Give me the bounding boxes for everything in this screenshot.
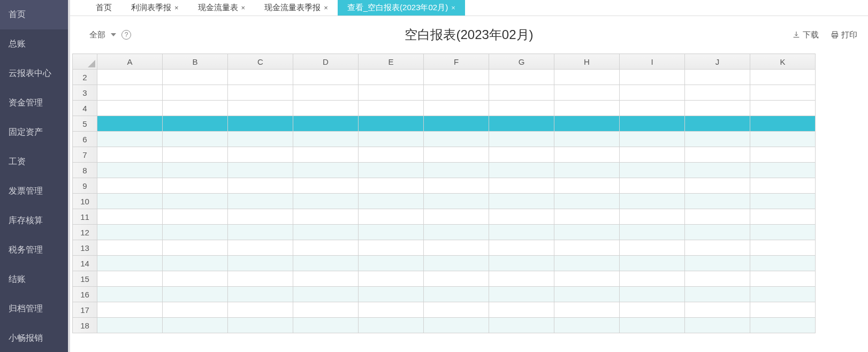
- row-header-13[interactable]: 13: [73, 240, 97, 256]
- cell-K9[interactable]: [750, 178, 816, 194]
- cell-E13[interactable]: [359, 240, 424, 256]
- cell-J10[interactable]: [685, 194, 750, 209]
- cell-G13[interactable]: [489, 240, 554, 256]
- cell-A15[interactable]: [97, 271, 163, 287]
- cell-J5[interactable]: [685, 116, 750, 132]
- sidebar-item-archive[interactable]: 归档管理: [0, 294, 68, 324]
- column-header-E[interactable]: E: [359, 54, 424, 70]
- tab-3[interactable]: 现金流量表季报×: [255, 0, 338, 16]
- cell-H15[interactable]: [554, 271, 620, 287]
- cell-F7[interactable]: [424, 147, 489, 163]
- close-icon[interactable]: ×: [174, 4, 179, 12]
- cell-C12[interactable]: [228, 225, 293, 240]
- cell-A16[interactable]: [97, 287, 163, 302]
- cell-J4[interactable]: [685, 101, 750, 116]
- cell-E3[interactable]: [359, 85, 424, 101]
- cell-G2[interactable]: [489, 70, 554, 85]
- cell-K2[interactable]: [750, 70, 816, 85]
- cell-B8[interactable]: [163, 163, 228, 178]
- sidebar-item-fixed-assets[interactable]: 固定资产: [0, 118, 68, 147]
- tab-1[interactable]: 利润表季报×: [121, 0, 188, 16]
- cell-E14[interactable]: [359, 256, 424, 271]
- cell-H16[interactable]: [554, 287, 620, 302]
- cell-I17[interactable]: [620, 302, 685, 318]
- cell-F5[interactable]: [424, 116, 489, 132]
- cell-E5[interactable]: [359, 116, 424, 132]
- cell-F16[interactable]: [424, 287, 489, 302]
- cell-D5[interactable]: [293, 116, 359, 132]
- cell-E2[interactable]: [359, 70, 424, 85]
- cell-H6[interactable]: [554, 132, 620, 147]
- tab-2[interactable]: 现金流量表×: [188, 0, 255, 16]
- cell-C5[interactable]: [228, 116, 293, 132]
- cell-I18[interactable]: [620, 318, 685, 333]
- column-header-H[interactable]: H: [554, 54, 620, 70]
- cell-E8[interactable]: [359, 163, 424, 178]
- cell-G4[interactable]: [489, 101, 554, 116]
- row-header-18[interactable]: 18: [73, 318, 97, 333]
- column-header-J[interactable]: J: [685, 54, 750, 70]
- cell-F11[interactable]: [424, 209, 489, 225]
- cell-F10[interactable]: [424, 194, 489, 209]
- cell-D18[interactable]: [293, 318, 359, 333]
- cell-C8[interactable]: [228, 163, 293, 178]
- cell-F3[interactable]: [424, 85, 489, 101]
- cell-E17[interactable]: [359, 302, 424, 318]
- cell-I15[interactable]: [620, 271, 685, 287]
- cell-D9[interactable]: [293, 178, 359, 194]
- cell-C18[interactable]: [228, 318, 293, 333]
- cell-G11[interactable]: [489, 209, 554, 225]
- cell-H12[interactable]: [554, 225, 620, 240]
- cell-B10[interactable]: [163, 194, 228, 209]
- cell-G8[interactable]: [489, 163, 554, 178]
- cell-E10[interactable]: [359, 194, 424, 209]
- cell-J17[interactable]: [685, 302, 750, 318]
- cell-G6[interactable]: [489, 132, 554, 147]
- cell-A5[interactable]: [97, 116, 163, 132]
- cell-G7[interactable]: [489, 147, 554, 163]
- cell-J18[interactable]: [685, 318, 750, 333]
- row-header-10[interactable]: 10: [73, 194, 97, 209]
- cell-F14[interactable]: [424, 256, 489, 271]
- row-header-17[interactable]: 17: [73, 302, 97, 318]
- cell-J14[interactable]: [685, 256, 750, 271]
- row-header-8[interactable]: 8: [73, 163, 97, 178]
- cell-D8[interactable]: [293, 163, 359, 178]
- cell-F9[interactable]: [424, 178, 489, 194]
- cell-F2[interactable]: [424, 70, 489, 85]
- row-header-2[interactable]: 2: [73, 70, 97, 85]
- cell-B16[interactable]: [163, 287, 228, 302]
- cell-J9[interactable]: [685, 178, 750, 194]
- cell-H18[interactable]: [554, 318, 620, 333]
- cell-H14[interactable]: [554, 256, 620, 271]
- cell-K8[interactable]: [750, 163, 816, 178]
- cell-C3[interactable]: [228, 85, 293, 101]
- cell-C16[interactable]: [228, 287, 293, 302]
- cell-F18[interactable]: [424, 318, 489, 333]
- cell-B18[interactable]: [163, 318, 228, 333]
- sidebar-item-inventory[interactable]: 库存核算: [0, 206, 68, 235]
- sheet-corner[interactable]: [73, 54, 97, 70]
- cell-G5[interactable]: [489, 116, 554, 132]
- cell-A8[interactable]: [97, 163, 163, 178]
- cell-G15[interactable]: [489, 271, 554, 287]
- cell-G3[interactable]: [489, 85, 554, 101]
- cell-D11[interactable]: [293, 209, 359, 225]
- row-header-16[interactable]: 16: [73, 287, 97, 302]
- cell-K16[interactable]: [750, 287, 816, 302]
- tab-4[interactable]: 查看_空白报表(2023年02月)×: [338, 0, 465, 16]
- sidebar-item-tax[interactable]: 税务管理: [0, 235, 68, 265]
- column-header-B[interactable]: B: [163, 54, 228, 70]
- cell-A9[interactable]: [97, 178, 163, 194]
- cell-E9[interactable]: [359, 178, 424, 194]
- cell-H7[interactable]: [554, 147, 620, 163]
- filter-dropdown[interactable]: 全部 ?: [89, 30, 131, 40]
- spreadsheet[interactable]: ABCDEFGHIJK23456789101112131415161718: [70, 53, 868, 352]
- cell-G16[interactable]: [489, 287, 554, 302]
- cell-K11[interactable]: [750, 209, 816, 225]
- close-icon[interactable]: ×: [324, 4, 328, 12]
- cell-A7[interactable]: [97, 147, 163, 163]
- cell-D16[interactable]: [293, 287, 359, 302]
- cell-B17[interactable]: [163, 302, 228, 318]
- close-icon[interactable]: ×: [451, 4, 455, 12]
